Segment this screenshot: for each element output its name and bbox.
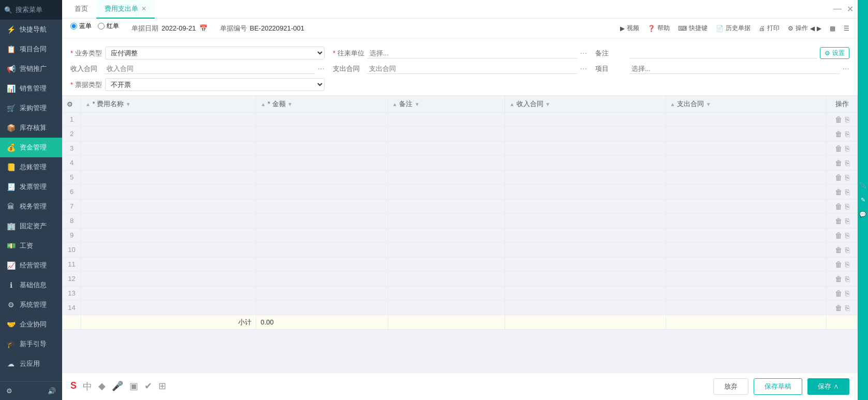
sidebar-item-fixed-assets[interactable]: 🏢 固定资产 [0, 216, 62, 236]
cell-income-contract-9[interactable] [505, 228, 666, 243]
footer-icon-rec[interactable]: ▣ [129, 380, 138, 393]
sidebar-item-basic-info[interactable]: ℹ 基础信息 [0, 275, 62, 295]
sidebar-item-sys[interactable]: ⚙ 系统管理 [0, 295, 62, 315]
cell-expense-name-8[interactable] [81, 214, 256, 228]
income-dots[interactable]: ··· [318, 64, 325, 73]
project-input[interactable] [629, 64, 840, 74]
list-view-btn[interactable]: ☰ [844, 25, 849, 32]
delete-icon-7[interactable]: 🗑 [835, 202, 842, 211]
cell-expense-contract-1[interactable] [666, 112, 826, 127]
cell-expense-name-9[interactable] [81, 228, 256, 243]
cell-note-10[interactable] [388, 243, 505, 257]
col-gear[interactable]: ⚙ [63, 96, 81, 112]
copy-icon-11[interactable]: ⎘ [845, 260, 849, 269]
cell-income-contract-2[interactable] [505, 127, 666, 141]
cell-note-12[interactable] [388, 272, 505, 286]
cell-expense-name-13[interactable] [81, 286, 256, 301]
print-btn[interactable]: 🖨 打印 [759, 24, 779, 33]
cell-expense-contract-12[interactable] [666, 272, 826, 286]
counterpart-dots[interactable]: ··· [580, 49, 587, 58]
cell-expense-contract-2[interactable] [666, 127, 826, 141]
shortcut-btn[interactable]: ⌨ 快捷键 [678, 24, 708, 33]
cell-expense-name-11[interactable] [81, 257, 256, 272]
delete-icon-9[interactable]: 🗑 [835, 231, 842, 240]
cell-expense-contract-7[interactable] [666, 199, 826, 214]
cell-amount-13[interactable] [256, 286, 388, 301]
cell-amount-8[interactable] [256, 214, 388, 228]
copy-icon-4[interactable]: ⎘ [845, 159, 849, 167]
footer-icon-check[interactable]: ✔ [144, 380, 152, 393]
sidebar-item-quick-nav[interactable]: ⚡ 快捷导航 [0, 20, 62, 39]
delete-icon-8[interactable]: 🗑 [835, 217, 842, 225]
delete-icon-1[interactable]: 🗑 [835, 115, 842, 124]
cell-income-contract-7[interactable] [505, 199, 666, 214]
sidebar-item-project-contract[interactable]: 📋 项目合同 [0, 39, 62, 59]
volume-icon[interactable]: 🔊 [48, 387, 56, 395]
save-button[interactable]: 保存 ∧ [807, 378, 849, 395]
copy-icon-7[interactable]: ⎘ [845, 202, 849, 211]
discard-button[interactable]: 放弃 [713, 378, 748, 395]
copy-icon-13[interactable]: ⎘ [845, 289, 849, 298]
sidebar-item-purchase[interactable]: 🛒 采购管理 [0, 98, 62, 118]
cell-note-7[interactable] [388, 199, 505, 214]
copy-icon-6[interactable]: ⎘ [845, 188, 849, 196]
date-value[interactable]: 2022-09-21 [161, 24, 196, 32]
right-panel-icon-1[interactable]: 📎 [858, 181, 868, 191]
note-input[interactable] [629, 48, 817, 58]
expense-contract-input[interactable] [367, 64, 577, 74]
tab-expense-close[interactable]: ✕ [141, 5, 146, 12]
cell-expense-name-12[interactable] [81, 272, 256, 286]
sidebar-item-sales[interactable]: 📊 销售管理 [0, 79, 62, 98]
cell-note-8[interactable] [388, 214, 505, 228]
sidebar-item-guide[interactable]: 🎓 新手引导 [0, 334, 62, 354]
window-minimize[interactable]: — [833, 4, 842, 14]
copy-icon-1[interactable]: ⎘ [845, 115, 849, 124]
settings-button[interactable]: ⚙ 设置 [820, 47, 849, 59]
sidebar-item-marketing[interactable]: 📢 营销推广 [0, 59, 62, 79]
copy-icon-3[interactable]: ⎘ [845, 144, 849, 153]
cell-amount-7[interactable] [256, 199, 388, 214]
delete-icon-11[interactable]: 🗑 [835, 260, 842, 269]
copy-icon-2[interactable]: ⎘ [845, 130, 849, 138]
settings-icon[interactable]: ⚙ [6, 387, 12, 395]
cell-note-14[interactable] [388, 301, 505, 315]
cell-amount-14[interactable] [256, 301, 388, 315]
cell-expense-name-6[interactable] [81, 185, 256, 199]
cell-income-contract-5[interactable] [505, 170, 666, 185]
delete-icon-10[interactable]: 🗑 [835, 246, 842, 254]
grid-view-btn[interactable]: ▦ [830, 25, 835, 32]
cell-expense-contract-8[interactable] [666, 214, 826, 228]
cell-expense-contract-14[interactable] [666, 301, 826, 315]
invoice-type-select[interactable]: 不开票 [105, 78, 325, 91]
history-btn[interactable]: 📄 历史单据 [716, 24, 751, 33]
cell-income-contract-10[interactable] [505, 243, 666, 257]
counterpart-input[interactable] [367, 48, 577, 58]
cell-amount-1[interactable] [256, 112, 388, 127]
cell-expense-name-4[interactable] [81, 156, 256, 170]
radio-red-label[interactable]: 红单 [98, 22, 119, 31]
sidebar-item-invoice[interactable]: 🧾 发票管理 [0, 177, 62, 197]
cell-income-contract-11[interactable] [505, 257, 666, 272]
copy-icon-8[interactable]: ⎘ [845, 217, 849, 225]
col-expense-name[interactable]: ▲ * 费用名称 ▼ [81, 96, 256, 112]
col-note[interactable]: ▲ 备注 ▼ [388, 96, 505, 112]
copy-icon-9[interactable]: ⎘ [845, 231, 849, 240]
delete-icon-13[interactable]: 🗑 [835, 289, 842, 298]
sidebar-item-capital[interactable]: 💰 资金管理 [0, 138, 62, 157]
cell-expense-name-2[interactable] [81, 127, 256, 141]
cell-expense-contract-13[interactable] [666, 286, 826, 301]
cell-expense-contract-6[interactable] [666, 185, 826, 199]
radio-blue-label[interactable]: 蓝单 [70, 22, 92, 31]
business-type-select[interactable]: 应付调整 [105, 47, 325, 60]
cell-note-11[interactable] [388, 257, 505, 272]
delete-icon-3[interactable]: 🗑 [835, 144, 842, 153]
cell-expense-contract-5[interactable] [666, 170, 826, 185]
delete-icon-6[interactable]: 🗑 [835, 188, 842, 196]
copy-icon-12[interactable]: ⎘ [845, 275, 849, 283]
delete-icon-4[interactable]: 🗑 [835, 159, 842, 167]
draft-button[interactable]: 保存草稿 [754, 378, 802, 395]
delete-icon-12[interactable]: 🗑 [835, 275, 842, 283]
cell-amount-2[interactable] [256, 127, 388, 141]
radio-red[interactable] [98, 23, 105, 29]
cell-note-5[interactable] [388, 170, 505, 185]
